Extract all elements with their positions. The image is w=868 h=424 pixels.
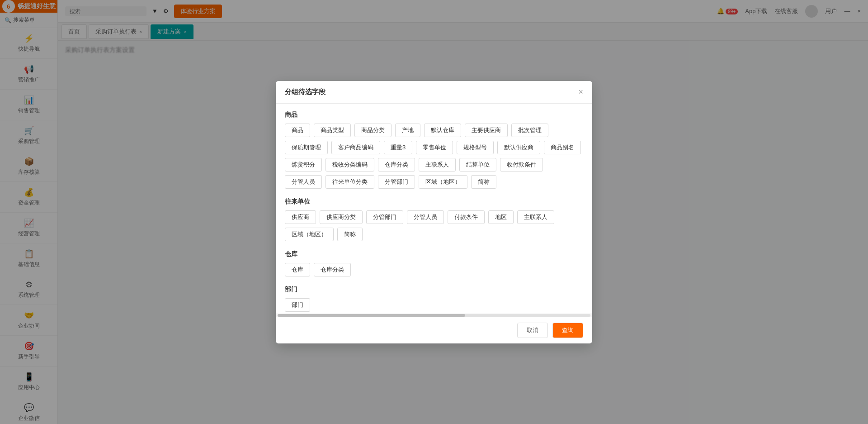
section-warehouse-fields: 仓库 仓库分类	[285, 263, 583, 276]
field-tag[interactable]: 保质期管理	[285, 141, 328, 154]
field-tag[interactable]: 分管人员	[285, 175, 322, 189]
field-tag[interactable]: 炼货积分	[285, 158, 322, 172]
modal-title: 分组待选字段	[285, 88, 326, 96]
section-department-fields: 部门	[285, 298, 583, 312]
field-tag[interactable]: 客户商品编码	[331, 141, 380, 154]
cancel-button[interactable]: 取消	[517, 323, 548, 338]
field-tag[interactable]: 结算单位	[459, 158, 496, 172]
modal-overlay: 分组待选字段 × 商品 商品 商品类型 商品分类 产地 默认仓库 主要供应商 批…	[0, 0, 868, 424]
section-goods-fields: 商品 商品类型 商品分类 产地 默认仓库 主要供应商 批次管理 保质期管理 客户…	[285, 124, 583, 189]
field-tag[interactable]: 批次管理	[511, 124, 548, 137]
field-tag[interactable]: 商品别名	[544, 141, 581, 154]
field-tag[interactable]: 付款条件	[448, 210, 485, 224]
section-warehouse-title: 仓库	[285, 250, 583, 258]
field-tag[interactable]: 默认供应商	[497, 141, 540, 154]
section-department-title: 部门	[285, 286, 583, 294]
modal-footer: 取消 查询	[276, 317, 592, 343]
field-tag[interactable]: 分管部门	[378, 175, 415, 189]
field-tag[interactable]: 供应商分类	[320, 210, 363, 224]
field-tag[interactable]: 地区	[488, 210, 514, 224]
section-partner-fields: 供应商 供应商分类 分管部门 分管人员 付款条件 地区 主联系人 区域（地区） …	[285, 210, 583, 241]
section-partner-title: 往来单位	[285, 198, 583, 206]
modal-header: 分组待选字段 ×	[276, 81, 592, 104]
field-tag[interactable]: 供应商	[285, 210, 316, 224]
field-tag[interactable]: 税收分类编码	[326, 158, 374, 172]
field-tag[interactable]: 主联系人	[419, 158, 456, 172]
field-tag[interactable]: 规格型号	[457, 141, 494, 154]
field-tag[interactable]: 部门	[285, 298, 310, 312]
field-tag[interactable]: 零售单位	[416, 141, 453, 154]
field-tag[interactable]: 重量3	[384, 141, 412, 154]
field-tag[interactable]: 产地	[395, 124, 420, 137]
section-goods-title: 商品	[285, 111, 583, 119]
field-tag[interactable]: 商品	[285, 124, 310, 137]
field-tag[interactable]: 收付款条件	[500, 158, 543, 172]
scrollbar-track	[278, 314, 590, 317]
field-tag[interactable]: 区域（地区）	[285, 228, 334, 241]
section-warehouse: 仓库 仓库 仓库分类	[285, 250, 583, 276]
field-tag[interactable]: 往来单位分类	[326, 175, 374, 189]
field-tag[interactable]: 主要供应商	[465, 124, 508, 137]
modal-body: 商品 商品 商品类型 商品分类 产地 默认仓库 主要供应商 批次管理 保质期管理…	[276, 104, 592, 314]
modal-close-button[interactable]: ×	[578, 87, 583, 97]
modal-horizontal-scrollbar[interactable]	[276, 314, 592, 317]
field-tag[interactable]: 仓库	[285, 263, 310, 276]
section-partner: 往来单位 供应商 供应商分类 分管部门 分管人员 付款条件 地区 主联系人 区域…	[285, 198, 583, 241]
field-tag[interactable]: 区域（地区）	[419, 175, 467, 189]
field-tag[interactable]: 分管人员	[407, 210, 444, 224]
field-select-modal: 分组待选字段 × 商品 商品 商品类型 商品分类 产地 默认仓库 主要供应商 批…	[276, 81, 592, 343]
section-goods: 商品 商品 商品类型 商品分类 产地 默认仓库 主要供应商 批次管理 保质期管理…	[285, 111, 583, 189]
field-tag[interactable]: 仓库分类	[378, 158, 415, 172]
field-tag[interactable]: 仓库分类	[314, 263, 351, 276]
field-tag[interactable]: 主联系人	[517, 210, 554, 224]
field-tag[interactable]: 默认仓库	[424, 124, 461, 137]
field-tag[interactable]: 简称	[471, 175, 496, 189]
scrollbar-thumb[interactable]	[278, 314, 465, 317]
field-tag[interactable]: 分管部门	[366, 210, 403, 224]
field-tag[interactable]: 商品分类	[354, 124, 392, 137]
confirm-button[interactable]: 查询	[552, 323, 583, 338]
section-department: 部门 部门	[285, 286, 583, 312]
field-tag[interactable]: 商品类型	[314, 124, 351, 137]
field-tag[interactable]: 简称	[337, 228, 363, 241]
